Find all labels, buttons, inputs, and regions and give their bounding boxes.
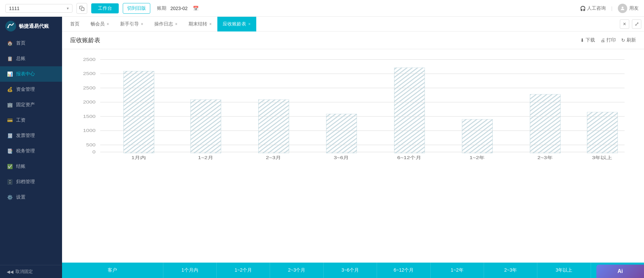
tab-member[interactable]: 畅会员× (85, 17, 115, 31)
sidebar: 畅捷通易代账 🏠 首页 📋 总账 📊 报表中心 💰 资金管理 🏢 固定资产 💳 … (0, 17, 62, 278)
calendar-icon[interactable]: 📅 (193, 6, 199, 11)
sidebar-item-checkout[interactable]: ✅ 结账 (0, 159, 62, 174)
sidebar-bottom: ◀◀ 取消固定 (0, 265, 62, 278)
checkout-icon: ✅ (7, 163, 13, 169)
table-header-1~2年: 1~2年 (431, 263, 484, 278)
tax-icon: 📑 (7, 148, 13, 154)
sidebar-item-label-reports: 报表中心 (16, 71, 35, 77)
tab-close-yearend[interactable]: × (209, 22, 212, 26)
bar-2-3年 (530, 94, 560, 153)
assets-icon: 🏢 (7, 102, 13, 108)
copy-button[interactable] (76, 3, 87, 14)
print-label: 打印 (606, 37, 616, 43)
svg-text:1~2年: 1~2年 (470, 155, 485, 160)
period-value: 2023-02 (170, 6, 187, 11)
sidebar-item-funds[interactable]: 💰 资金管理 (0, 82, 62, 97)
ai-label: Ai (618, 268, 623, 274)
company-selector[interactable]: 1111 ▾ (5, 4, 72, 13)
bar-3年以上 (587, 112, 618, 153)
svg-text:1500: 1500 (83, 114, 96, 119)
download-label: 下载 (586, 37, 595, 43)
top-header: 1111 ▾ 工作台 切到旧版 账期 2023-02 📅 🎧 人工咨询 | 用友 (0, 0, 644, 17)
table-header-客户: 客户 (62, 263, 163, 278)
sidebar-item-label-assets: 固定资产 (16, 102, 35, 108)
table-header-3~6个月: 3~6个月 (324, 263, 377, 278)
tab-close-guide[interactable]: × (141, 22, 143, 26)
download-icon: ⬇ (580, 38, 584, 43)
divider: | (611, 6, 612, 11)
cancel-fixed-label: 取消固定 (15, 269, 33, 275)
bar-chart: 0 500 1000 1500 2000 2500 2500 2500 (72, 56, 634, 170)
expand-button[interactable]: ⤢ (632, 19, 641, 29)
tab-label-guide: 新手引导 (120, 21, 139, 27)
bar-6-12月 (394, 68, 425, 153)
period-label: 账期 (157, 5, 166, 11)
ai-assistant-button[interactable]: Ai (596, 265, 644, 278)
sidebar-item-reports[interactable]: 📊 报表中心 (0, 66, 62, 82)
service-button[interactable]: 🎧 人工咨询 (580, 5, 606, 11)
invoice-icon: 🧾 (7, 133, 13, 139)
chart-container: 0 500 1000 1500 2000 2500 2500 2500 (62, 49, 644, 263)
svg-text:2~3月: 2~3月 (266, 155, 281, 160)
page-actions: ⬇ 下载 🖨 打印 ↻ 刷新 (580, 37, 636, 43)
print-button[interactable]: 🖨 打印 (600, 37, 616, 43)
header-right: 🎧 人工咨询 | 用友 (580, 4, 639, 13)
sidebar-item-ledger[interactable]: 📋 总账 (0, 51, 62, 66)
sidebar-item-settings[interactable]: ⚙️ 设置 (0, 190, 62, 205)
sidebar-item-label-archive: 归档管理 (16, 179, 35, 185)
svg-text:2500: 2500 (83, 86, 96, 90)
tab-ageable[interactable]: 应收账龄表× (217, 17, 256, 31)
table-header-2~3个月: 2~3个月 (270, 263, 323, 278)
bar-3-6月 (326, 114, 357, 153)
user-button[interactable]: 用友 (618, 4, 639, 13)
tab-yearend[interactable]: 期末结转× (183, 17, 217, 31)
table-header: 客户1个月内1~2个月2~3个月3~6个月6~12个月1~2年2~3年3年以上合… (62, 263, 644, 278)
sidebar-item-home[interactable]: 🏠 首页 (0, 36, 62, 51)
tab-oplog[interactable]: 操作日志× (149, 17, 183, 31)
svg-text:1000: 1000 (83, 128, 96, 133)
refresh-button[interactable]: ↻ 刷新 (621, 37, 636, 43)
sidebar-item-tax[interactable]: 📑 税务管理 (0, 143, 62, 159)
tab-close-member[interactable]: × (107, 22, 109, 26)
download-button[interactable]: ⬇ 下载 (580, 37, 595, 43)
main-layout: 畅捷通易代账 🏠 首页 📋 总账 📊 报表中心 💰 资金管理 🏢 固定资产 💳 … (0, 17, 644, 278)
table-header-1~2个月: 1~2个月 (217, 263, 270, 278)
sidebar-item-assets[interactable]: 🏢 固定资产 (0, 97, 62, 113)
svg-text:2~3年: 2~3年 (537, 155, 552, 160)
logo-area: 畅捷通易代账 (0, 17, 62, 36)
tab-close-ageable[interactable]: × (248, 22, 251, 26)
tab-label-ageable: 应收账龄表 (223, 21, 246, 27)
ledger-icon: 📋 (7, 56, 13, 62)
avatar (618, 4, 627, 13)
tab-close-oplog[interactable]: × (175, 22, 177, 26)
workbench-button[interactable]: 工作台 (91, 3, 119, 13)
sidebar-item-archive[interactable]: 🗄️ 归档管理 (0, 174, 62, 190)
table-header-1个月内: 1个月内 (163, 263, 217, 278)
content-area: 首页畅会员×新手引导×操作日志×期末结转×应收账龄表× × ⤢ 应收账龄表 ⬇ … (62, 17, 644, 278)
headset-icon: 🎧 (580, 6, 586, 11)
sidebar-item-label-invoice: 发票管理 (16, 133, 35, 139)
settings-icon: ⚙️ (7, 194, 13, 200)
tab-label-oplog: 操作日志 (154, 21, 173, 27)
cancel-fixed-button[interactable]: ◀◀ 取消固定 (7, 269, 55, 275)
sidebar-item-label-ledger: 总账 (16, 56, 25, 62)
sidebar-item-label-funds: 资金管理 (16, 86, 35, 92)
bar-2-3月 (259, 100, 289, 153)
switch-version-button[interactable]: 切到旧版 (123, 3, 150, 14)
tab-home[interactable]: 首页 (65, 17, 85, 31)
sidebar-scroll: 🏠 首页 📋 总账 📊 报表中心 💰 资金管理 🏢 固定资产 💳 工资 🧾 发票… (0, 36, 62, 265)
bar-1-2年 (462, 119, 493, 153)
print-icon: 🖨 (600, 38, 605, 43)
page-header: 应收账龄表 ⬇ 下载 🖨 打印 ↻ 刷新 (62, 31, 644, 49)
tab-label-yearend: 期末结转 (189, 21, 207, 27)
table-header-3年以上: 3年以上 (537, 263, 591, 278)
sidebar-item-salary[interactable]: 💳 工资 (0, 113, 62, 128)
tab-guide[interactable]: 新手引导× (115, 17, 149, 31)
home-icon: 🏠 (7, 40, 13, 46)
sidebar-item-invoice[interactable]: 🧾 发票管理 (0, 128, 62, 143)
close-all-tabs-button[interactable]: × (620, 19, 629, 29)
bar-1-2月 (191, 100, 221, 153)
svg-text:3年以上: 3年以上 (592, 155, 612, 160)
svg-rect-0 (81, 8, 84, 11)
svg-text:6~12个月: 6~12个月 (397, 155, 421, 160)
